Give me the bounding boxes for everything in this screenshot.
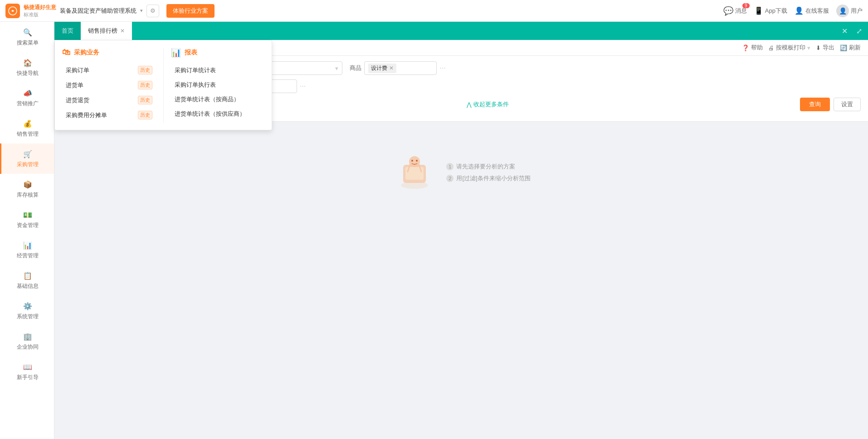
sidebar-item-marketing[interactable]: 📣 营销推广	[0, 83, 54, 113]
tab-expand-btn[interactable]: ⤢	[853, 25, 864, 36]
purchase-dropdown-menu: 🛍 采购业务 采购订单 历史 进货单 历史 进货退货 历史 采购费用分摊单 历史…	[54, 40, 272, 130]
menu-item-return-label: 进货退货	[66, 96, 134, 104]
print-label: 按模板打印	[776, 44, 805, 52]
goods-filter: 商品 设计费 ✕ ···	[350, 61, 445, 75]
user-button[interactable]: 👤 用户	[836, 5, 863, 17]
collapse-button[interactable]: ⋀ 收起更多条件	[463, 99, 512, 110]
hint-num-2: 2	[446, 175, 454, 182]
sidebar-label-operations: 经营管理	[17, 252, 39, 260]
experience-button[interactable]: 体验行业方案	[166, 4, 215, 18]
sidebar-label-search: 搜索菜单	[17, 39, 39, 47]
menu-item-order-exec[interactable]: 采购订单执行表	[171, 78, 265, 92]
menu-item-purchase-order[interactable]: 采购订单 历史	[62, 63, 156, 78]
sidebar-item-guide[interactable]: 📖 新手引导	[0, 356, 54, 387]
purchase-report-label: 报表	[185, 49, 197, 57]
refresh-icon: 🔄	[840, 44, 847, 51]
user-label: 用户	[851, 7, 863, 15]
basic-info-icon: 📋	[23, 271, 33, 281]
sidebar-item-inventory[interactable]: 📦 库存核算	[0, 174, 54, 204]
sidebar-item-enterprise[interactable]: 🏢 企业协同	[0, 326, 54, 356]
purchase-report-title: 📊 报表	[171, 48, 265, 58]
sidebar-label-marketing: 营销推广	[17, 100, 39, 108]
menu-item-expense[interactable]: 采购费用分摊单 历史	[62, 108, 156, 123]
help-label: 帮助	[751, 44, 763, 52]
tab-sales-rank[interactable]: 销售排行榜 ✕	[81, 22, 132, 40]
logo-area: 畅捷通好生意 标准版	[5, 4, 60, 18]
help-icon: ❓	[742, 44, 749, 51]
export-label: 导出	[823, 44, 834, 52]
sidebar-item-sales[interactable]: 💰 销售管理	[0, 113, 54, 143]
search-icon: 🔍	[23, 27, 33, 37]
sidebar-label-inventory: 库存核算	[17, 191, 39, 199]
empty-illustration	[392, 149, 437, 196]
marketing-icon: 📣	[23, 88, 33, 98]
hint-num-1: 1	[446, 163, 454, 170]
sidebar-label-quick-nav: 快捷导航	[17, 69, 39, 77]
sidebar-item-quick-nav[interactable]: 🏠 快捷导航	[0, 52, 54, 83]
tab-close-icon[interactable]: ✕	[120, 28, 125, 34]
sidebar-item-purchase[interactable]: 🛒 采购管理	[0, 143, 54, 174]
app-download-label: App下载	[765, 7, 787, 15]
sidebar-label-capital: 资金管理	[17, 222, 39, 229]
collapse-up-icon: ⋀	[467, 101, 472, 108]
menu-item-inbound[interactable]: 进货单 历史	[62, 78, 156, 93]
empty-state-wrapper: 1 请先选择要分析的方案 2 用[过滤]条件来缩小分析范围	[54, 122, 868, 223]
tab-bar-right: ✕ ⤢	[839, 25, 868, 36]
tab-close-btn[interactable]: ✕	[839, 25, 850, 36]
print-button[interactable]: 🖨 按模板打印 ▾	[768, 44, 810, 52]
export-button[interactable]: ⬇ 导出	[816, 44, 834, 52]
app-download-button[interactable]: 📱 App下载	[754, 6, 787, 15]
goods-tag-close[interactable]: ✕	[389, 65, 394, 71]
tab-home[interactable]: 首页	[54, 22, 81, 40]
menu-item-order-stat[interactable]: 采购订单统计表	[171, 63, 265, 78]
notification-count: 9	[742, 3, 750, 8]
menu-item-expense-label: 采购费用分摊单	[66, 111, 134, 119]
history-badge-3: 历史	[138, 111, 152, 119]
help-button[interactable]: ❓ 帮助	[742, 44, 763, 52]
system-icon: ⚙️	[23, 301, 33, 311]
empty-svg	[392, 149, 437, 194]
sidebar-item-capital[interactable]: 💵 资金管理	[0, 204, 54, 235]
inventory-icon: 📦	[23, 179, 33, 189]
menu-item-inbound-supplier-stat[interactable]: 进货单统计表（按供应商）	[171, 107, 265, 121]
online-service-button[interactable]: 👤 在线客服	[795, 6, 829, 15]
sidebar-item-basic-info[interactable]: 📋 基础信息	[0, 265, 54, 296]
menu-item-return[interactable]: 进货退货 历史	[62, 93, 156, 108]
menu-item-inbound-goods-stat[interactable]: 进货单统计表（按商品）	[171, 92, 265, 107]
dropdown-arrow-icon[interactable]: ▾	[140, 8, 143, 14]
svg-point-4	[409, 156, 420, 167]
svg-point-6	[416, 160, 418, 162]
tab-home-label: 首页	[62, 27, 73, 35]
sales-icon: 💰	[23, 118, 33, 128]
query-button[interactable]: 查询	[800, 98, 830, 111]
goods-label: 商品	[350, 64, 361, 72]
empty-hint-1: 1 请先选择要分析的方案	[446, 163, 530, 171]
refresh-button[interactable]: 🔄 刷新	[840, 44, 861, 52]
sidebar-item-operations[interactable]: 📊 经营管理	[0, 235, 54, 265]
sidebar-label-basic-info: 基础信息	[17, 282, 39, 290]
tab-sales-rank-label: 销售排行榜	[88, 27, 117, 35]
menu-divider	[163, 48, 164, 123]
setting-button[interactable]: 设置	[834, 98, 861, 111]
sidebar-item-system[interactable]: ⚙️ 系统管理	[0, 296, 54, 326]
sidebar-label-purchase: 采购管理	[17, 161, 39, 168]
sidebar-label-system: 系统管理	[17, 313, 39, 321]
sidebar-item-search[interactable]: 🔍 搜索菜单	[0, 22, 54, 52]
salesperson-more-dots[interactable]: ···	[300, 82, 306, 90]
svg-point-5	[411, 160, 413, 162]
system-title-area: 装备及固定资产辅助管理系统 ▾ ⚙ 体验行业方案	[60, 4, 723, 18]
refresh-label: 刷新	[849, 44, 861, 52]
gear-button[interactable]: ⚙	[146, 5, 159, 17]
notification-button[interactable]: 💬 消息 9	[723, 6, 747, 16]
menu-item-purchase-order-label: 采购订单	[66, 66, 134, 74]
sidebar-label-sales: 销售管理	[17, 130, 39, 138]
empty-hints: 1 请先选择要分析的方案 2 用[过滤]条件来缩小分析范围	[446, 163, 530, 183]
enterprise-icon: 🏢	[23, 331, 33, 341]
goods-input[interactable]: 设计费 ✕	[364, 61, 437, 75]
operations-icon: 📊	[23, 240, 33, 250]
action-buttons: 查询 设置	[800, 98, 861, 111]
hint-text-1: 请先选择要分析的方案	[456, 163, 515, 171]
export-icon: ⬇	[816, 44, 821, 51]
purchase-business-section: 🛍 采购业务 采购订单 历史 进货单 历史 进货退货 历史 采购费用分摊单 历史	[62, 48, 156, 123]
goods-more-dots[interactable]: ···	[439, 64, 445, 72]
